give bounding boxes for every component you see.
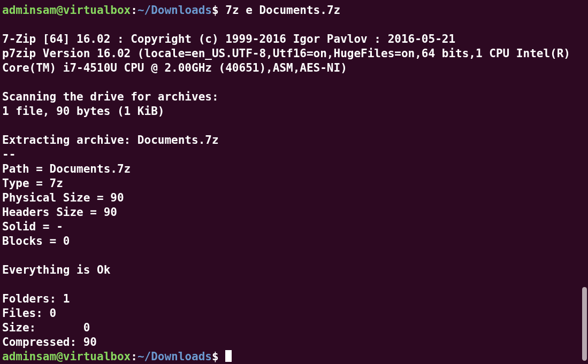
- cursor-icon: [225, 350, 232, 362]
- scrollbar-thumb[interactable]: [582, 287, 587, 361]
- output-line: Folders: 1: [2, 292, 70, 305]
- output-line: Files: 0: [2, 307, 56, 320]
- prompt-path: ~/Downloads: [138, 350, 212, 363]
- output-line: Headers Size = 90: [2, 206, 117, 219]
- output-line: 7-Zip [64] 16.02 : Copyright (c) 1999-20…: [2, 33, 455, 45]
- command-input[interactable]: [219, 350, 226, 363]
- output-line: Blocks = 0: [2, 235, 70, 247]
- prompt-dollar: $: [212, 4, 219, 17]
- prompt-user-host: adminsam@virtualbox: [2, 4, 131, 17]
- output-line: Extracting archive: Documents.7z: [2, 134, 219, 146]
- output-line: --: [2, 148, 16, 161]
- output-line: p7zip Version 16.02 (locale=en_US.UTF-8,…: [2, 47, 577, 74]
- output-line: 1 file, 90 bytes (1 KiB): [2, 105, 164, 118]
- output-line: Solid = -: [2, 220, 63, 233]
- prompt-path: ~/Downloads: [138, 4, 212, 17]
- command-text: 7z e Documents.7z: [219, 4, 341, 17]
- output-line: Compressed: 90: [2, 336, 97, 348]
- output-line: Size: 0: [2, 321, 90, 334]
- output-line: Physical Size = 90: [2, 191, 124, 204]
- prompt-colon: :: [131, 350, 138, 363]
- prompt-user-host: adminsam@virtualbox: [2, 350, 131, 363]
- output-line: Path = Documents.7z: [2, 162, 131, 175]
- output-line: Type = 7z: [2, 177, 63, 190]
- prompt-colon: :: [131, 4, 138, 17]
- output-line: Everything is Ok: [2, 264, 110, 276]
- terminal-output[interactable]: adminsam@virtualbox:~/Downloads$ 7z e Do…: [2, 3, 586, 364]
- prompt-dollar: $: [212, 350, 219, 363]
- output-line: Scanning the drive for archives:: [2, 90, 219, 103]
